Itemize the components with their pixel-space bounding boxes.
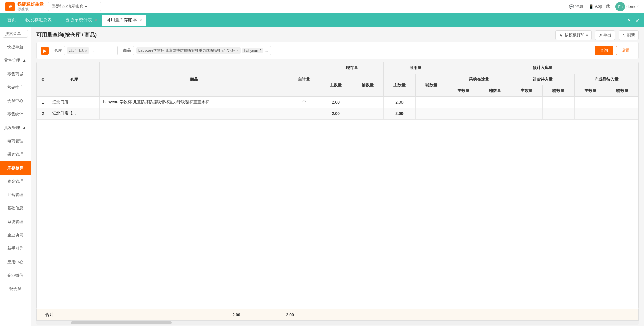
tab-close-order-stats[interactable]: × [95,18,97,22]
chevron-icon: ▲ [22,58,26,63]
sidebar: 快捷导航 零售管理 ▲ 零售商城 营销推广 会员中心 零售统计 批发管理 ▲ 电… [0,27,31,326]
sidebar-item-inventory[interactable]: 库存核算 [0,161,31,175]
sidebar-item-finance[interactable]: 资金管理 [0,175,31,188]
warehouse-filter: 仓库 江北门店 × ... [54,46,118,55]
tab-expand[interactable]: ⤢ [634,16,641,25]
main-layout: 快捷导航 零售管理 ▲ 零售商城 营销推广 会员中心 零售统计 批发管理 ▲ 电… [0,27,644,326]
row1-purchase-main [447,97,479,108]
user-profile[interactable]: Ea demo2 [615,2,639,11]
page-header: 可用量查询(按仓库+商品) 🖨 按模板打印 ▾ ↗ 导出 ↻ 刷新 [31,27,644,42]
sidebar-item-enterprise[interactable]: 企业协同 [0,228,31,242]
table-row: 2 江北门店【... 2.00 2.00 [37,108,638,120]
col-incoming-pending-header: 进货待入量 [511,74,575,85]
row2-incoming-aux [543,108,575,120]
row2-available-aux [415,108,447,120]
row1-main-unit: 个 [288,97,320,108]
row2-production-main [575,108,606,120]
product-ellipsis[interactable]: ... [265,48,268,53]
col-planned-inbound-header: 预计入库量 [447,62,638,74]
sidebar-item-newbie[interactable]: 新手引导 [0,242,31,255]
row2-current-aux [352,108,384,120]
product-tag-container[interactable]: babycare学饮杯 儿童防摔防撞吸管杯重力球吸嘴杯宝宝水杯 × babyca… [133,46,271,55]
sidebar-item-ecommerce[interactable]: 电商管理 [0,134,31,148]
row2-available-main: 2.00 [384,108,416,120]
row2-purchase-main [447,108,479,120]
tab-available-inventory[interactable]: 可用量库存账本 × [102,15,146,26]
app-download-button[interactable]: 📱 App下载 [589,4,610,9]
logo-area: 好 畅捷通好生意 标准版 [5,2,44,11]
row1-current-aux [352,97,384,108]
message-button[interactable]: 💬 消息 [569,4,583,9]
filter-actions: 查询 设置 [595,46,634,55]
row1-available-aux [415,97,447,108]
filter-bar: ▶ 仓库 江北门店 × ... 商品 babycare学饮杯 儿童防摔防撞吸管杯… [36,42,639,59]
column-settings-icon[interactable]: ⚙ [41,77,45,82]
table-container: ⚙ 仓库 商品 主计量 现存量 可用量 预计入库量 主数量 辅数量 主数量 辅数… [36,62,639,309]
sidebar-item-operations[interactable]: 经营管理 [0,188,31,201]
col-settings-header: ⚙ [37,62,49,97]
col-current-main-header: 主数量 [320,74,352,97]
warehouse-tag-container[interactable]: 江北门店 × ... [64,46,118,55]
row1-current-main: 2.00 [320,97,352,108]
tab-close-available-inventory[interactable]: × [140,18,142,22]
chevron-down-icon: ▾ [85,4,87,9]
row1-purchase-aux [479,97,511,108]
product-tag1-remove[interactable]: × [236,49,238,53]
logo-text: 畅捷通好生意 标准版 [17,2,44,11]
tab-bar: 首页 收发存汇总表 × 要货单统计表 × 可用量库存账本 × × ⤢ [0,13,644,27]
warehouse-ellipsis[interactable]: ... [90,48,94,53]
industry-selector[interactable]: 母婴行业演示账套 ▾ [48,2,101,11]
tab-close-all[interactable]: × [626,16,632,25]
col-production-pending-header: 产成品待入量 [575,74,638,85]
footer-current-main: 2.00 [223,313,250,317]
footer-available-aux [304,313,330,317]
product-label: 商品 [123,48,131,53]
filter-toggle-button[interactable]: ▶ [41,47,49,55]
export-button[interactable]: ↗ 导出 [595,30,615,40]
chevron-icon-wholesale: ▲ [22,125,26,130]
sidebar-item-app-center[interactable]: 应用中心 [0,255,31,269]
sidebar-item-shortcut[interactable]: 快捷导航 [0,40,31,54]
scrollbar-area[interactable] [36,321,639,325]
row2-main-unit [288,108,320,120]
sidebar-item-retail-stats[interactable]: 零售统计 [0,107,31,121]
tab-close-receivable[interactable]: × [54,18,56,22]
sidebar-item-member[interactable]: 会员中心 [0,94,31,107]
sidebar-item-retail-mall[interactable]: 零售商城 [0,67,31,81]
col-current-stock-header: 现存量 [320,62,384,74]
search-input[interactable] [3,30,28,38]
col-purchase-transit-header: 采购在途量 [447,74,511,85]
tab-bar-actions: × ⤢ [626,16,641,25]
col-current-aux-header: 辅数量 [352,74,384,97]
tab-home[interactable]: 首页 [3,15,21,26]
page-title: 可用量查询(按仓库+商品) [36,32,97,39]
warehouse-label: 仓库 [54,48,62,53]
sidebar-item-system[interactable]: 系统管理 [0,215,31,228]
sidebar-item-retail-mgmt[interactable]: 零售管理 ▲ [0,54,31,67]
refresh-button[interactable]: ↻ 刷新 [619,30,639,40]
sidebar-item-basics[interactable]: 基础信息 [0,201,31,215]
col-incoming-aux-header: 辅数量 [543,85,575,97]
print-button[interactable]: 🖨 按模板打印 ▾ [555,30,592,40]
row2-warehouse: 江北门店【... [49,108,100,120]
sidebar-item-wholesale-mgmt[interactable]: 批发管理 ▲ [0,121,31,134]
col-incoming-main-header: 主数量 [511,85,543,97]
sidebar-item-vip[interactable]: 畅会员 [0,282,31,295]
sidebar-item-wechat[interactable]: 企业微信 [0,269,31,282]
top-bar: 好 畅捷通好生意 标准版 母婴行业演示账套 ▾ 💬 消息 📱 App下载 Ea … [0,0,644,13]
settings-button[interactable]: 设置 [616,46,634,55]
tab-receivable[interactable]: 收发存汇总表 × [21,15,61,26]
top-bar-right: 💬 消息 📱 App下载 Ea demo2 [569,2,639,11]
row1-product: babycare学饮杯 儿童防摔防撞吸管杯重力球吸嘴杯宝宝水杯 [100,97,288,108]
warehouse-tag-remove[interactable]: × [85,49,87,53]
tab-order-stats[interactable]: 要货单统计表 × [61,15,101,26]
avatar: Ea [615,2,625,11]
sidebar-item-purchase[interactable]: 采购管理 [0,148,31,161]
scrollbar-thumb[interactable] [71,321,172,324]
footer-label: 合计 [42,312,82,318]
query-button[interactable]: 查询 [595,46,613,55]
sidebar-item-marketing[interactable]: 营销推广 [0,81,31,94]
col-available-main-header: 主数量 [384,74,416,97]
refresh-icon: ↻ [622,33,626,38]
table-footer: 合计 2.00 2.00 [36,309,639,321]
